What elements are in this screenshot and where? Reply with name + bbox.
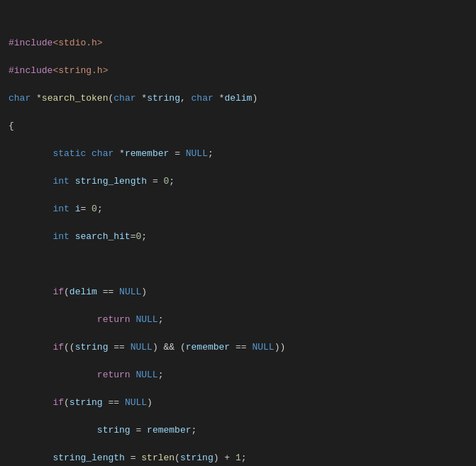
line-8: int search_hit=0; <box>9 230 467 244</box>
null-3: NULL <box>135 314 157 325</box>
kw-static: static <box>52 148 86 159</box>
semi-4: ; <box>141 231 147 242</box>
kw-if-3: if <box>52 397 64 408</box>
line-14: if(string == NULL) <box>9 396 467 410</box>
plain-paren-6: )) <box>275 342 286 353</box>
kw-if-1: if <box>52 287 64 297</box>
op-eqeq-2: == <box>114 342 125 353</box>
line-6: int string_length = 0; <box>9 174 467 189</box>
op-and: && <box>164 342 175 353</box>
param-string: string <box>147 93 180 104</box>
line-1: #include<stdio.h> <box>9 36 467 50</box>
preproc-include-1: #include <box>9 38 52 48</box>
code-editor: #include<stdio.h> #include<string.h> cha… <box>0 6 476 466</box>
plain-paren-4: ) <box>153 342 158 353</box>
var-string-length-2: string_length <box>52 453 124 463</box>
kw-int-3: int <box>52 231 69 242</box>
semi-8: ; <box>241 453 247 463</box>
var-search-hit: search_hit <box>75 231 131 242</box>
num-1-1: 1 <box>236 453 241 463</box>
plain-comma: , <box>180 93 192 104</box>
semi-3: ; <box>97 204 103 214</box>
line-15: string = remember; <box>9 423 467 438</box>
type-char-ptr: char <box>9 93 31 104</box>
null-6: NULL <box>135 370 157 380</box>
line-3: char *search_token(char *string, char *d… <box>9 91 467 106</box>
op-eq-2: = <box>153 176 158 187</box>
kw-int-2: int <box>52 204 69 214</box>
plain-paren-5: ( <box>180 342 186 353</box>
type-char-1: char <box>114 93 135 104</box>
header-stdio: <stdio.h> <box>52 38 102 48</box>
type-char-2: char <box>192 93 214 104</box>
plain-paren-2: ) <box>141 287 147 297</box>
plain-paren-10: ) <box>214 453 219 463</box>
plain-paren-1: ( <box>64 287 70 297</box>
plain-paren-9: ( <box>175 453 180 463</box>
var-string-3: string <box>97 425 131 436</box>
op-plus: + <box>224 453 230 463</box>
plain-paren-3: (( <box>64 342 75 353</box>
plain-paren-7: ( <box>64 397 70 408</box>
star-remember: * <box>119 148 125 159</box>
header-string: <string.h> <box>52 65 108 76</box>
semi-2: ; <box>169 176 175 187</box>
op-eq-6: = <box>131 453 136 463</box>
null-4: NULL <box>131 342 153 353</box>
line-9 <box>9 257 467 272</box>
var-remember-1: remember <box>125 148 169 159</box>
num-0-2: 0 <box>92 204 97 214</box>
var-string-4: string <box>180 453 214 463</box>
kw-return-1: return <box>97 314 131 325</box>
line-12: if((string == NULL) && (remember == NULL… <box>9 340 467 355</box>
op-eq-1: = <box>175 148 180 159</box>
op-eq-5: = <box>135 425 141 436</box>
semi-6: ; <box>158 370 164 380</box>
line-4: { <box>9 119 467 133</box>
line-16: string_length = strlen(string) + 1; <box>9 451 467 465</box>
var-remember-3: remember <box>147 425 191 436</box>
var-string-2: string <box>70 397 103 408</box>
op-eqeq-3: == <box>236 342 247 353</box>
plain-star: * <box>36 93 42 104</box>
fn-search-token: search_token <box>42 93 109 104</box>
kw-int-1: int <box>52 176 69 187</box>
plain-star-2: * <box>141 93 147 104</box>
preproc-include-2: #include <box>9 65 52 76</box>
op-eq-3: = <box>80 204 86 214</box>
kw-if-2: if <box>52 342 64 353</box>
line-7: int i= 0; <box>9 202 467 216</box>
semi-7: ; <box>192 425 197 436</box>
semi-5: ; <box>158 314 164 325</box>
brace-open-main: { <box>9 121 14 131</box>
param-delim: delim <box>224 93 252 104</box>
kw-return-2: return <box>97 370 131 380</box>
line-2: #include<string.h> <box>9 64 467 78</box>
op-eqeq-4: == <box>108 397 119 408</box>
op-eqeq-1: == <box>103 287 114 297</box>
null-1: NULL <box>186 148 208 159</box>
var-string-1: string <box>75 342 109 353</box>
var-string-length: string_length <box>75 176 147 187</box>
var-remember-2: remember <box>186 342 230 353</box>
line-5: static char *remember = NULL; <box>9 147 467 161</box>
null-7: NULL <box>125 397 147 408</box>
plain-paren-close: ) <box>252 93 258 104</box>
line-13: return NULL; <box>9 368 467 382</box>
null-2: NULL <box>119 287 141 297</box>
var-delim-1: delim <box>70 287 97 297</box>
semi-1: ; <box>208 148 214 159</box>
plain-paren-8: ) <box>147 397 153 408</box>
kw-char-1: char <box>92 148 114 159</box>
fn-strlen: strlen <box>141 453 175 463</box>
line-10: if(delim == NULL) <box>9 285 467 299</box>
line-11: return NULL; <box>9 313 467 327</box>
null-5: NULL <box>252 342 274 353</box>
